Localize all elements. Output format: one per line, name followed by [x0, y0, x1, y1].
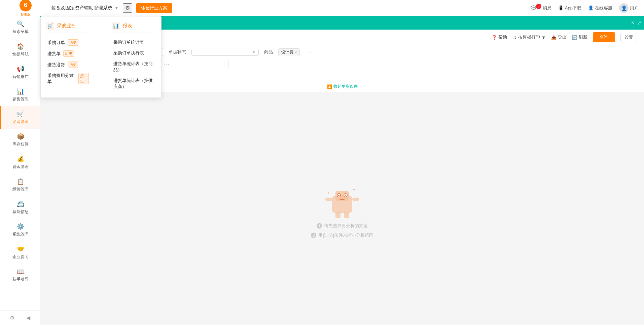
help-icon: ❓: [492, 35, 497, 40]
svg-rect-7: [352, 198, 359, 201]
user-avatar: 👤: [619, 3, 629, 13]
dropdown-item-order-exec[interactable]: 采购订单执行表: [112, 48, 156, 58]
salesperson-more-btn[interactable]: ···: [164, 62, 170, 67]
system-title-dropdown-icon[interactable]: ▼: [114, 5, 119, 10]
service-icon: 👤: [588, 5, 594, 10]
sidebar-item-inventory[interactable]: 📦 库存核算: [0, 129, 40, 151]
collapse-btn[interactable]: 🔼 收起更多条件: [327, 84, 358, 89]
sidebar-settings-icon[interactable]: ⚙: [10, 315, 14, 321]
goods-more-btn[interactable]: ···: [305, 49, 312, 55]
dropdown-item-inbound-stats-supplier[interactable]: 进货单统计表（按供应商）: [112, 75, 156, 92]
sidebar-label-purchase: 采购管理: [12, 119, 29, 125]
history-badge-3: 历史: [78, 73, 88, 84]
online-service-btn[interactable]: 👤 在线客服: [588, 5, 612, 11]
industry-btn[interactable]: 体验行业方案: [136, 3, 172, 13]
export-btn[interactable]: 📤 导出: [551, 34, 567, 40]
print-template-btn[interactable]: 🖨 按模板打印 ▼: [512, 34, 546, 40]
dropdown-item-inbound-stats-goods[interactable]: 进货单统计表（按商品）: [112, 58, 156, 75]
sidebar-label-marketing: 营销推广: [12, 74, 29, 80]
sidebar-item-sales[interactable]: 📊 销售管理: [0, 84, 40, 106]
mobile-icon: 📱: [558, 5, 564, 10]
money-icon: 💰: [17, 155, 24, 163]
sidebar-item-marketing[interactable]: 📢 营销推广: [0, 61, 40, 84]
doc-status-label: 单据状态: [169, 49, 186, 55]
sidebar-bottom: ⚙ ◀: [0, 310, 40, 325]
top-header: 6 标准版 装备及固定资产辅助管理系统 ▼ ⚙ 体验行业方案 💬 8 消息 📱 …: [0, 0, 644, 16]
empty-state: ✦ ✦ 1 请先选择要分析的方案 2 用[过滤]条件来缩小分析范围: [40, 92, 644, 325]
notification-label: 消息: [543, 5, 551, 11]
dropdown-cols: 🛒 采购业务 采购订单 历史 进货单 历史 进货退货 历史 采购费用分摊单 历史: [46, 22, 156, 92]
purchase-dropdown-menu: 🛒 采购业务 采购订单 历史 进货单 历史 进货退货 历史 采购费用分摊单 历史: [40, 16, 162, 98]
dropdown-item-expense[interactable]: 采购费用分摊单 历史: [46, 70, 90, 87]
print-dropdown-icon: ▼: [541, 35, 546, 40]
sidebar-item-purchase[interactable]: 🛒 采购管理: [0, 106, 40, 129]
sidebar-label-finance: 资金管理: [12, 164, 29, 170]
system-title: 装备及固定资产辅助管理系统: [51, 5, 112, 11]
goods-tag-close-icon[interactable]: ×: [295, 50, 297, 54]
purchase-col-icon: 🛒: [46, 22, 54, 30]
svg-rect-6: [325, 198, 332, 201]
settings-icon-btn[interactable]: ⚙: [123, 3, 132, 13]
sidebar-label-system: 系统管理: [12, 232, 29, 237]
sidebar-item-guide[interactable]: 📖 新手引导: [0, 264, 40, 286]
box-icon: 📦: [17, 133, 24, 140]
gear-icon: ⚙️: [17, 223, 24, 230]
empty-illustration: ✦ ✦: [322, 179, 362, 219]
sidebar-item-search[interactable]: 🔍 搜索菜单: [0, 16, 40, 39]
dropdown-item-order-stats[interactable]: 采购订单统计表: [112, 37, 156, 48]
sidebar-label-inventory: 库存核算: [12, 141, 29, 147]
settings-form-btn[interactable]: 设置: [620, 33, 637, 42]
sidebar: 🔍 搜索菜单 🏠 快捷导航 📢 营销推广 📊 销售管理 🛒 采购管理 📦 库存核…: [0, 16, 40, 325]
sidebar-label-guide: 新手引导: [12, 277, 29, 282]
cart-icon: 🛒: [17, 110, 24, 118]
search-icon: 🔍: [17, 20, 24, 28]
book-icon: 📖: [17, 268, 24, 275]
empty-hint-1: 1 请先选择要分析的方案: [317, 223, 368, 229]
purchase-col-title: 采购业务: [57, 23, 76, 29]
refresh-btn[interactable]: 🔄 刷新: [572, 34, 587, 40]
user-menu[interactable]: 👤 用户: [619, 3, 639, 13]
sidebar-label-search: 搜索菜单: [12, 29, 29, 35]
tab-close-btn[interactable]: ×: [631, 20, 634, 26]
query-btn[interactable]: 查询: [593, 32, 615, 42]
header-right: 💬 8 消息 📱 App下载 👤 在线客服 👤 用户: [531, 3, 639, 13]
tab-action-icons: × ⤢: [631, 20, 641, 26]
card-icon: 📇: [17, 200, 24, 208]
sidebar-item-basic-info[interactable]: 📇 基础信息: [0, 196, 40, 219]
dropdown-col-report-header: 📊 报表: [112, 22, 156, 33]
history-badge-0: 历史: [68, 39, 78, 46]
dropdown-col-report: 📊 报表 采购订单统计表 采购订单执行表 进货单统计表（按商品） 进货单统计表（…: [112, 22, 156, 92]
sidebar-item-enterprise[interactable]: 🤝 企业协同: [0, 241, 40, 264]
svg-point-4: [338, 195, 339, 196]
dropdown-divider: [101, 22, 101, 92]
doc-status-dropdown-icon: ▼: [252, 50, 256, 54]
sidebar-label-quick-nav: 快捷导航: [12, 51, 29, 57]
sidebar-item-finance[interactable]: 💰 资金管理: [0, 151, 40, 174]
dropdown-item-inbound[interactable]: 进货单 历史: [46, 48, 90, 59]
svg-rect-8: [335, 212, 341, 218]
history-badge-1: 历史: [63, 50, 74, 57]
dropdown-item-return[interactable]: 进货退货 历史: [46, 59, 90, 70]
svg-text:✦: ✦: [327, 191, 330, 195]
clipboard-icon: 📋: [17, 178, 24, 185]
help-btn[interactable]: ❓ 帮助: [492, 34, 507, 40]
dropdown-col-purchase: 🛒 采购业务 采购订单 历史 进货单 历史 进货退货 历史 采购费用分摊单 历史: [46, 22, 90, 92]
salesperson-field[interactable]: ···: [161, 60, 228, 68]
tab-expand-btn[interactable]: ⤢: [637, 20, 641, 26]
sidebar-collapse-icon[interactable]: ◀: [26, 315, 30, 321]
report-col-title: 报表: [123, 23, 132, 29]
report-col-icon: 📊: [112, 22, 120, 30]
app-download-btn[interactable]: 📱 App下载: [558, 5, 581, 11]
goods-label: 商品: [264, 49, 273, 55]
doc-status-field[interactable]: ▼: [191, 49, 259, 56]
sidebar-item-system[interactable]: ⚙️ 系统管理: [0, 219, 40, 241]
sidebar-label-operations: 经营管理: [12, 187, 29, 192]
sidebar-label-basic-info: 基础信息: [12, 209, 29, 215]
logo-icon: 6: [20, 0, 32, 11]
dropdown-item-purchase-order[interactable]: 采购订单 历史: [46, 37, 90, 48]
sidebar-item-quick-nav[interactable]: 🏠 快捷导航: [0, 39, 40, 61]
sidebar-item-operations[interactable]: 📋 经营管理: [0, 174, 40, 196]
notification-btn[interactable]: 💬 8 消息: [531, 5, 551, 11]
empty-hint-2: 2 用[过滤]条件来缩小分析范围: [311, 232, 373, 238]
chart-icon: 📊: [17, 88, 24, 95]
